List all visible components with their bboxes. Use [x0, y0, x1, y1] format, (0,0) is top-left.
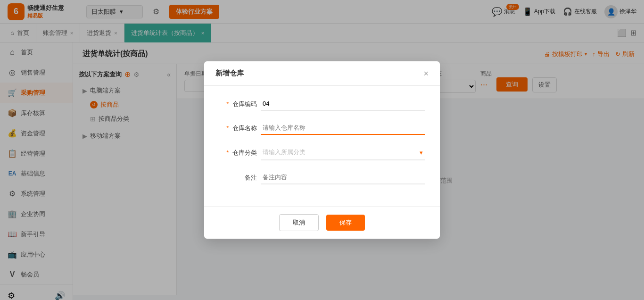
note-label: 备注 [219, 174, 257, 182]
code-label: * 仓库编码 [219, 100, 257, 108]
modal-close-btn[interactable]: × [423, 69, 429, 78]
category-placeholder: 请输入所属分类 [263, 148, 305, 157]
category-label: * 仓库分类 [219, 149, 257, 157]
form-row-code: * 仓库编码 [219, 97, 425, 111]
cancel-button[interactable]: 取消 [279, 214, 319, 231]
warehouse-category-select[interactable]: 请输入所属分类 ▾ [261, 145, 425, 160]
save-button[interactable]: 保存 [326, 215, 365, 231]
form-row-note: 备注 [219, 171, 425, 184]
warehouse-modal: 新增仓库 × * 仓库编码 * 仓库名称 [204, 61, 440, 239]
modal-footer: 取消 保存 [204, 206, 440, 239]
form-row-name: * 仓库名称 [219, 121, 425, 135]
name-label: * 仓库名称 [219, 124, 257, 133]
modal-overlay: 新增仓库 × * 仓库编码 * 仓库名称 [0, 0, 644, 300]
modal-body: * 仓库编码 * 仓库名称 * 仓库分类 请输入所属 [204, 86, 440, 206]
warehouse-name-input[interactable] [261, 121, 425, 135]
modal-title: 新增仓库 [215, 69, 244, 78]
warehouse-note-input[interactable] [261, 171, 425, 184]
modal-header: 新增仓库 × [204, 61, 440, 86]
category-chevron-icon: ▾ [420, 149, 423, 156]
warehouse-code-input[interactable] [261, 97, 425, 111]
form-row-category: * 仓库分类 请输入所属分类 ▾ [219, 145, 425, 160]
